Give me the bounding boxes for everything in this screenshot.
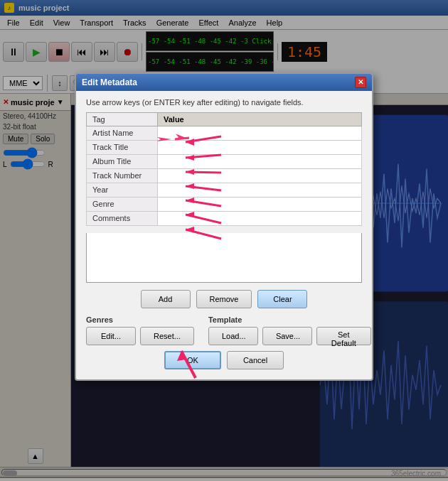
input-track-title[interactable] <box>164 143 356 151</box>
col-value: Value <box>158 112 362 126</box>
value-track-title[interactable] <box>158 140 362 154</box>
modal-overlay: Edit Metadata ✕ Use arrow keys (or ENTER… <box>0 0 448 481</box>
value-track-number[interactable] <box>158 168 362 183</box>
tag-comments: Comments <box>87 211 158 225</box>
add-button[interactable]: Add <box>141 290 191 308</box>
dialog-title-bar: Edit Metadata ✕ <box>76 74 372 91</box>
value-comments[interactable] <box>158 211 362 225</box>
ok-button[interactable]: OK <box>164 351 221 369</box>
svg-marker-13 <box>186 227 194 232</box>
template-set-default-button[interactable]: Set Default <box>316 327 371 345</box>
input-genre[interactable] <box>164 200 356 208</box>
input-artist[interactable] <box>164 129 356 137</box>
value-genre[interactable] <box>158 197 362 211</box>
row-track-title: Track Title <box>87 140 362 154</box>
genres-buttons: Edit... Reset... <box>86 327 194 345</box>
cancel-button[interactable]: Cancel <box>227 351 284 369</box>
input-album-title[interactable] <box>164 157 356 166</box>
tag-track-title: Track Title <box>87 140 158 154</box>
edit-metadata-dialog: Edit Metadata ✕ Use arrow keys (or ENTER… <box>75 72 373 381</box>
metadata-section: Tag Value Artist Name Track Title <box>86 112 362 226</box>
tag-artist: Artist Name <box>87 126 158 140</box>
input-track-number[interactable] <box>164 171 356 180</box>
row-year: Year <box>87 183 362 197</box>
template-group: Template Load... Save... Set Default <box>208 315 371 345</box>
dialog-body: Use arrow keys (or ENTER key after editi… <box>76 91 372 379</box>
tag-album-title: Album Title <box>87 154 158 168</box>
value-artist[interactable] <box>158 126 362 140</box>
col-tag: Tag <box>87 112 158 126</box>
dialog-title: Edit Metadata <box>82 77 137 87</box>
template-load-button[interactable]: Load... <box>208 327 258 345</box>
dialog-close-button[interactable]: ✕ <box>355 77 366 88</box>
row-artist: Artist Name <box>87 126 362 140</box>
clear-button[interactable]: Clear <box>257 290 307 308</box>
row-track-number: Track Number <box>87 168 362 183</box>
genres-edit-button[interactable]: Edit... <box>86 327 136 345</box>
row-album-title: Album Title <box>87 154 362 168</box>
genres-group: Genres Edit... Reset... <box>86 315 194 345</box>
tag-year: Year <box>87 183 158 197</box>
tag-track-number: Track Number <box>87 168 158 183</box>
template-label: Template <box>208 315 371 324</box>
row-comments: Comments <box>87 211 362 225</box>
value-album-title[interactable] <box>158 154 362 168</box>
input-year[interactable] <box>164 185 356 194</box>
ok-cancel-row: OK Cancel <box>86 351 362 372</box>
genres-reset-button[interactable]: Reset... <box>140 327 194 345</box>
genres-label: Genres <box>86 315 194 324</box>
action-buttons-row: Add Remove Clear <box>86 290 362 308</box>
remove-button[interactable]: Remove <box>196 290 252 308</box>
dialog-hint: Use arrow keys (or ENTER key after editi… <box>86 98 362 107</box>
metadata-table: Tag Value Artist Name Track Title <box>86 112 362 226</box>
value-year[interactable] <box>158 183 362 197</box>
tag-genre: Genre <box>87 197 158 211</box>
input-comments[interactable] <box>164 214 356 222</box>
template-save-button[interactable]: Save... <box>262 327 312 345</box>
bottom-controls: Genres Edit... Reset... Template Load...… <box>86 315 362 351</box>
template-buttons: Load... Save... Set Default <box>208 327 371 345</box>
empty-rows-area <box>86 233 362 283</box>
row-genre: Genre <box>87 197 362 211</box>
